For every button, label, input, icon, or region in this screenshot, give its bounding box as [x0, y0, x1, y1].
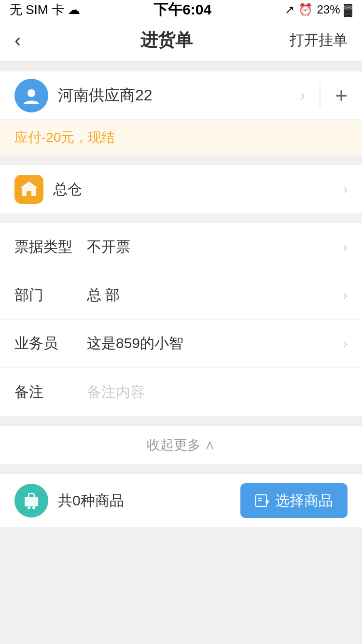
supplier-row[interactable]: 河南供应商22 › + — [0, 71, 362, 120]
svg-rect-1 — [27, 191, 31, 196]
supplier-avatar — [14, 79, 48, 112]
status-bar-left: 无 SIM 卡 ☁ — [10, 1, 80, 18]
collapse-section: 收起更多 ∧ — [0, 426, 362, 464]
supplier-chevron-icon: › — [300, 86, 306, 104]
sim-label: 无 SIM 卡 ☁ — [10, 1, 80, 18]
form-section: 票据类型 不开票 › 部门 总 部 › 业务员 这是859的小智 › 备注 备注… — [0, 223, 362, 416]
svg-rect-2 — [25, 497, 38, 506]
dept-chevron-icon: › — [343, 288, 348, 303]
svg-point-3 — [28, 506, 30, 509]
cart-icon-bg — [14, 484, 48, 518]
back-button[interactable]: ‹ — [14, 29, 43, 51]
supplier-divider — [320, 84, 320, 108]
supplier-name: 河南供应商22 — [58, 85, 300, 106]
nav-bar: ‹ 进货单 打开挂单 — [0, 19, 362, 62]
dept-value: 总 部 — [87, 285, 343, 305]
bottom-bar: 共0种商品 选择商品 — [0, 474, 362, 527]
alarm-icon: ⏰ — [298, 3, 313, 16]
warehouse-value: 总仓 — [53, 180, 343, 199]
product-count-label: 共0种商品 — [58, 491, 240, 511]
add-supplier-button[interactable]: + — [335, 84, 348, 108]
remark-row[interactable]: 备注 备注内容 — [0, 368, 362, 416]
person-icon — [22, 86, 41, 105]
location-icon: ↗ — [285, 3, 294, 16]
ticket-type-row[interactable]: 票据类型 不开票 › — [0, 223, 362, 271]
warehouse-row[interactable]: 总仓 › — [0, 165, 362, 213]
select-product-label: 选择商品 — [275, 491, 333, 511]
warning-banner: 应付-20元，现结 — [0, 120, 362, 155]
staff-value: 这是859的小智 — [87, 334, 343, 353]
warehouse-section: 总仓 › — [0, 165, 362, 213]
svg-point-0 — [28, 89, 35, 97]
status-bar-right: ↗ ⏰ 23% ▓ — [285, 3, 352, 16]
staff-chevron-icon: › — [343, 336, 348, 351]
collapse-button[interactable]: 收起更多 ∧ — [0, 426, 362, 464]
staff-label: 业务员 — [14, 334, 87, 353]
select-product-button[interactable]: 选择商品 — [240, 483, 348, 518]
empty-area — [0, 527, 362, 644]
dept-row[interactable]: 部门 总 部 › — [0, 271, 362, 320]
warehouse-chevron-icon: › — [343, 182, 348, 197]
select-product-icon — [255, 493, 270, 508]
cart-icon — [22, 491, 41, 510]
time-label: 下午6:04 — [153, 0, 211, 20]
supplier-section: 河南供应商22 › + 应付-20元，现结 — [0, 71, 362, 155]
dept-label: 部门 — [14, 285, 87, 305]
status-bar: 无 SIM 卡 ☁ 下午6:04 ↗ ⏰ 23% ▓ — [0, 0, 362, 19]
section-gap-1 — [0, 62, 362, 71]
remark-label: 备注 — [14, 382, 87, 402]
remark-input[interactable]: 备注内容 — [87, 382, 348, 402]
ticket-value: 不开票 — [87, 237, 343, 257]
open-pending-button[interactable]: 打开挂单 — [290, 30, 348, 50]
page-title: 进货单 — [140, 28, 193, 52]
battery-icon: ▓ — [344, 3, 353, 16]
warehouse-icon-bg — [14, 175, 43, 204]
svg-point-4 — [32, 506, 35, 509]
battery-label: 23% — [317, 3, 340, 16]
ticket-label: 票据类型 — [14, 237, 87, 257]
warehouse-icon — [20, 181, 38, 198]
staff-row[interactable]: 业务员 这是859的小智 › — [0, 320, 362, 368]
ticket-chevron-icon: › — [343, 239, 348, 255]
